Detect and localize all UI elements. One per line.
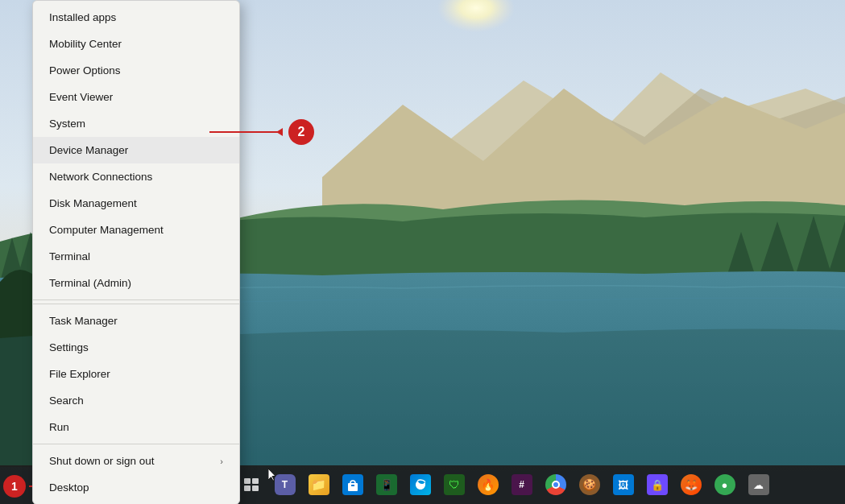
menu-item-shut-down[interactable]: Shut down or sign out› [33, 448, 239, 474]
menu-item-run[interactable]: Run [33, 414, 239, 440]
menu-separator-after-terminal-admin [33, 300, 239, 300]
slack-icon: # [512, 474, 532, 495]
chrome-icon [545, 474, 566, 495]
edge-icon [410, 474, 431, 495]
cookie-app-button[interactable]: 🍪 [574, 469, 606, 501]
menu-item-label-terminal-admin: Terminal (Admin) [49, 277, 131, 289]
step1-badge: 1 [3, 475, 26, 498]
menu-item-label-search: Search [49, 395, 84, 407]
menu-item-desktop[interactable]: Desktop [33, 474, 239, 501]
svg-rect-22 [351, 485, 354, 486]
firefox-icon: 🔥 [478, 474, 499, 495]
firefox-button[interactable]: 🔥 [472, 469, 504, 501]
slack-button[interactable]: # [506, 469, 538, 501]
weather-button[interactable]: ☁ [743, 469, 775, 501]
menu-item-task-manager[interactable]: Task Manager [33, 308, 239, 334]
menu-item-label-mobility-center: Mobility Center [49, 38, 122, 50]
menu-item-device-manager[interactable]: Device Manager [33, 137, 239, 163]
menu-item-label-file-explorer: File Explorer [49, 368, 110, 380]
context-menu: Installed appsMobility CenterPower Optio… [32, 0, 240, 504]
menu-item-label-installed-apps: Installed apps [49, 11, 116, 23]
menu-item-label-network-connections: Network Connections [49, 171, 152, 183]
malwarebytes-button[interactable]: 🛡 [438, 469, 470, 501]
menu-item-mobility-center[interactable]: Mobility Center [33, 31, 239, 57]
chrome-button[interactable] [540, 469, 572, 501]
file-explorer-button[interactable]: 📁 [303, 469, 335, 501]
menu-item-arrow-shut-down: › [220, 456, 223, 466]
edge-button[interactable] [404, 469, 437, 501]
svg-rect-20 [252, 485, 259, 491]
menu-item-label-settings: Settings [49, 341, 89, 353]
teams-icon: T [275, 474, 296, 495]
menu-item-file-explorer[interactable]: File Explorer [33, 361, 239, 387]
step2-arrow [209, 131, 282, 133]
menu-item-label-terminal: Terminal [49, 250, 90, 262]
menu-item-label-power-options: Power Options [49, 64, 121, 76]
green-app-icon: 📱 [376, 474, 397, 495]
weather-icon: ☁ [748, 474, 769, 495]
menu-item-label-shut-down: Shut down or sign out [49, 455, 155, 467]
menu-item-search[interactable]: Search [33, 387, 239, 414]
menu-item-disk-management[interactable]: Disk Management [33, 190, 239, 217]
menu-item-terminal[interactable]: Terminal [33, 243, 239, 270]
menu-item-system[interactable]: System [33, 110, 239, 137]
svg-rect-18 [252, 478, 259, 484]
menu-item-installed-apps[interactable]: Installed apps [33, 4, 239, 31]
chrome2-icon: ● [715, 474, 735, 495]
menu-item-label-device-manager: Device Manager [49, 144, 128, 156]
cookie-app-icon: 🍪 [579, 474, 600, 495]
microsoft-store-icon [342, 474, 363, 495]
menu-item-terminal-admin[interactable]: Terminal (Admin) [33, 270, 239, 296]
menu-item-label-system: System [49, 118, 85, 130]
firefox2-icon: 🦊 [681, 474, 702, 495]
firefox2-button[interactable]: 🦊 [675, 469, 707, 501]
menu-item-label-run: Run [49, 421, 69, 433]
svg-rect-21 [348, 483, 358, 491]
file-explorer-icon: 📁 [309, 474, 329, 495]
photos-button[interactable]: 🖼 [607, 469, 640, 501]
menu-item-settings[interactable]: Settings [33, 334, 239, 361]
menu-item-computer-management[interactable]: Computer Management [33, 217, 239, 243]
step2-badge: 2 [288, 119, 314, 145]
step2-indicator: 2 [209, 119, 314, 145]
proton-vpn-button[interactable]: 🔒 [641, 469, 673, 501]
task-view-icon [244, 478, 259, 491]
menu-item-label-task-manager: Task Manager [49, 315, 118, 327]
green-app-button[interactable]: 📱 [371, 469, 403, 501]
svg-rect-19 [244, 485, 251, 491]
menu-item-event-viewer[interactable]: Event Viewer [33, 84, 239, 110]
malwarebytes-icon: 🛡 [444, 474, 465, 495]
microsoft-store-button[interactable] [337, 469, 369, 501]
menu-separator-11 [33, 304, 239, 304]
menu-item-label-computer-management: Computer Management [49, 224, 164, 236]
menu-item-power-options[interactable]: Power Options [33, 57, 239, 84]
mouse-cursor [268, 469, 276, 481]
menu-item-label-desktop: Desktop [49, 481, 89, 494]
svg-rect-17 [244, 478, 251, 484]
store-bag-icon [346, 477, 360, 492]
proton-vpn-icon: 🔒 [647, 474, 668, 495]
menu-item-network-connections[interactable]: Network Connections [33, 163, 239, 190]
menu-item-label-disk-management: Disk Management [49, 197, 137, 209]
photos-icon: 🖼 [613, 474, 634, 495]
menu-item-label-event-viewer: Event Viewer [49, 91, 113, 103]
chrome2-button[interactable]: ● [709, 469, 741, 501]
menu-separator-after-run [33, 444, 239, 444]
